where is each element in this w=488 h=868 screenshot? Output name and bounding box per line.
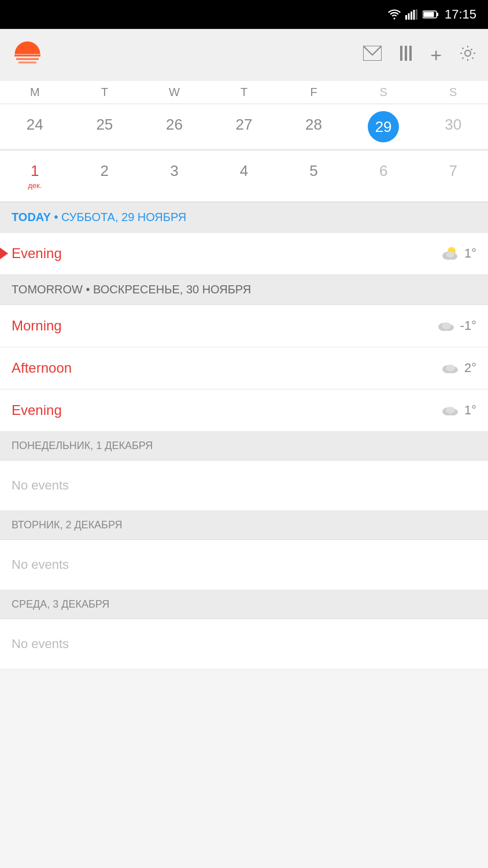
- tomorrow-label: TOMORROW • ВОСКРЕСЕНЬЕ, 30 НОЯБРЯ: [12, 283, 251, 296]
- partly-cloudy-icon: [440, 245, 460, 262]
- tomorrow-evening-temp: 1°: [464, 403, 476, 418]
- tuesday-no-events: No events: [0, 540, 488, 590]
- svg-point-21: [446, 252, 454, 258]
- monday-no-events-label: No events: [12, 478, 69, 492]
- tomorrow-afternoon-event[interactable]: Afternoon 2°: [0, 347, 488, 389]
- tomorrow-morning-label: Morning: [12, 318, 62, 334]
- calendar-days-header: M T W T F S S: [0, 81, 488, 104]
- tomorrow-afternoon-temp: 2°: [464, 361, 476, 376]
- tomorrow-evening-event[interactable]: Evening 1°: [0, 389, 488, 432]
- tuesday-dec2-header: ВТОРНИК, 2 ДЕКАБРЯ: [0, 511, 488, 540]
- wifi-icon: [388, 9, 401, 20]
- monday-no-events: No events: [0, 461, 488, 511]
- svg-rect-0: [405, 15, 407, 20]
- svg-rect-7: [423, 12, 434, 17]
- day-6-dec[interactable]: 6: [349, 157, 419, 194]
- day-2-dec[interactable]: 2: [70, 157, 140, 194]
- tuesday-dec2-label: ВТОРНИК, 2 ДЕКАБРЯ: [12, 519, 123, 531]
- tuesday-no-events-label: No events: [12, 557, 69, 572]
- today-evening-label: Evening: [12, 245, 62, 262]
- svg-point-27: [446, 365, 455, 372]
- status-icons: [388, 9, 439, 20]
- svg-point-30: [446, 407, 455, 414]
- day-7-dec[interactable]: 7: [418, 157, 488, 194]
- app-logo: [12, 38, 43, 72]
- battery-icon: [423, 10, 439, 19]
- calendar-week2: 1 дек. 2 3 4 5 6 7: [0, 150, 488, 203]
- tomorrow-afternoon-weather: 2°: [441, 361, 476, 376]
- day-26[interactable]: 26: [139, 111, 209, 142]
- top-nav: +: [0, 29, 488, 81]
- day-sun-label: S: [418, 86, 488, 99]
- wednesday-no-events-label: No events: [12, 637, 69, 651]
- svg-rect-15: [405, 46, 407, 61]
- cloud-icon-afternoon: [441, 361, 460, 375]
- day-mon: M: [0, 86, 70, 99]
- day-30[interactable]: 30: [418, 111, 488, 142]
- today-evening-event[interactable]: Evening 1°: [0, 233, 488, 275]
- wednesday-dec3-header: СРЕДА, 3 ДЕКАБРЯ: [0, 590, 488, 619]
- monday-dec1-label: ПОНЕДЕЛЬНИК, 1 ДЕКАБРЯ: [12, 440, 153, 451]
- day-28[interactable]: 28: [279, 111, 349, 142]
- day-fri: F: [279, 86, 349, 99]
- today-evening-weather: 1°: [440, 245, 476, 262]
- signal-icon: [405, 9, 418, 20]
- svg-rect-1: [408, 13, 409, 20]
- tomorrow-morning-weather: -1°: [437, 318, 476, 333]
- top-nav-actions: +: [363, 44, 476, 67]
- cloud-icon-evening: [441, 403, 460, 417]
- wednesday-dec3-label: СРЕДА, 3 ДЕКАБРЯ: [12, 598, 109, 610]
- day-24[interactable]: 24: [0, 111, 70, 142]
- day-4-dec[interactable]: 4: [209, 157, 279, 194]
- today-date: СУББОТА, 29 НОЯБРЯ: [61, 211, 186, 223]
- svg-rect-16: [409, 46, 412, 61]
- day-27[interactable]: 27: [209, 111, 279, 142]
- tomorrow-section-header: TOMORROW • ВОСКРЕСЕНЬЕ, 30 НОЯБРЯ: [0, 275, 488, 305]
- svg-rect-14: [400, 46, 402, 61]
- day-25[interactable]: 25: [70, 111, 140, 142]
- calendar-week1: 24 25 26 27 28 29 30: [0, 104, 488, 150]
- today-label: TODAY: [12, 211, 51, 223]
- today-section-header: TODAY • СУББОТА, 29 НОЯБРЯ: [0, 203, 488, 233]
- day-thu: T: [209, 86, 279, 99]
- list-icon[interactable]: [399, 46, 413, 65]
- day-sat-label: S: [349, 86, 419, 99]
- svg-point-17: [465, 50, 471, 56]
- svg-rect-2: [411, 12, 412, 20]
- day-5-dec[interactable]: 5: [279, 157, 349, 194]
- svg-rect-6: [437, 13, 438, 16]
- tomorrow-afternoon-label: Afternoon: [12, 360, 72, 376]
- day-wed: W: [139, 86, 209, 99]
- today-dot: •: [54, 211, 61, 223]
- tomorrow-evening-weather: 1°: [441, 403, 476, 418]
- tomorrow-morning-event[interactable]: Morning -1°: [0, 305, 488, 347]
- svg-rect-3: [413, 10, 415, 20]
- mail-icon[interactable]: [363, 46, 382, 65]
- tomorrow-evening-label: Evening: [12, 402, 62, 418]
- status-time: 17:15: [445, 7, 476, 22]
- monday-dec1-header: ПОНЕДЕЛЬНИК, 1 ДЕКАБРЯ: [0, 432, 488, 461]
- day-29-cell[interactable]: 29: [349, 111, 419, 142]
- settings-icon[interactable]: [459, 45, 476, 66]
- add-icon[interactable]: +: [430, 44, 442, 67]
- status-bar: 17:15: [0, 0, 488, 29]
- svg-point-24: [442, 322, 451, 329]
- cloud-icon-morning: [437, 319, 456, 333]
- tomorrow-morning-temp: -1°: [460, 318, 476, 333]
- day-3-dec[interactable]: 3: [139, 157, 209, 194]
- wednesday-no-events: No events: [0, 619, 488, 670]
- svg-rect-4: [416, 9, 417, 20]
- day-1-dec[interactable]: 1 дек.: [0, 157, 70, 194]
- day-29-active[interactable]: 29: [368, 111, 399, 142]
- day-tue: T: [70, 86, 140, 99]
- today-evening-temp: 1°: [464, 246, 476, 261]
